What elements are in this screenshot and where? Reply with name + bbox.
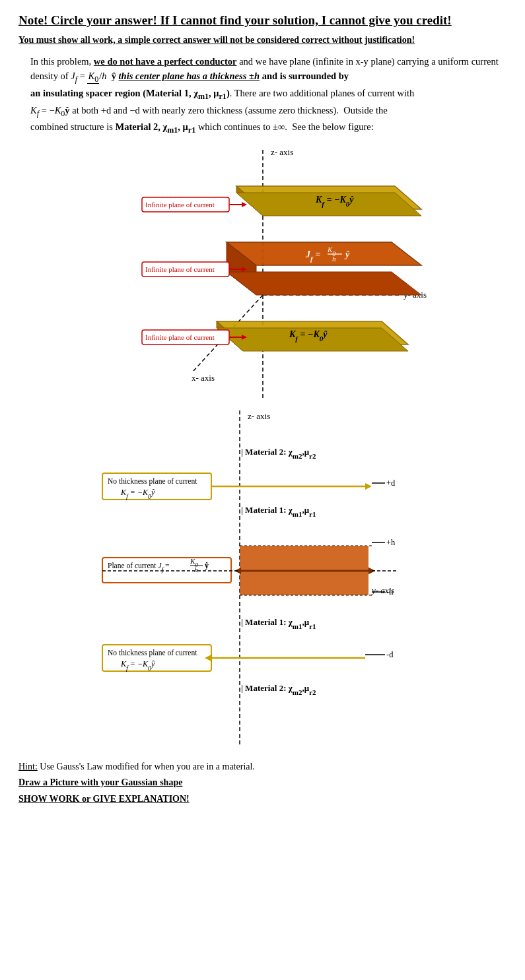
svg-marker-8 (242, 202, 247, 207)
draw-line: Draw a Picture with your Gaussian shape (18, 775, 507, 790)
jf-mid-yhat: ŷ (344, 249, 350, 259)
minus-h-label: -h (386, 587, 394, 597)
tag-mid: Infinite plane of current (145, 265, 215, 273)
main-title: Note! Circle your answer! If I cannot fi… (18, 12, 507, 29)
box-top-line1: No thickness plane of current (108, 477, 197, 486)
tag-bot: Infinite plane of current (145, 333, 215, 341)
show-label: SHOW WORK or GIVE EXPLANATION! (18, 794, 190, 804)
hint-section: Hint: Use Gauss's Law modified for when … (18, 760, 507, 806)
hint-label: Hint: (18, 762, 38, 771)
figure-3d: z- axis y- axis x- axis Kf = −K0ŷ Infini… (18, 143, 507, 401)
xaxis-label: x- axis (192, 373, 215, 383)
svg-marker-25 (365, 483, 372, 490)
mat2-bot-label: | Material 2: χm2,μr2 (241, 683, 316, 696)
svg-marker-11 (227, 272, 421, 295)
subtitle: You must show all work, a simple correct… (18, 34, 507, 46)
mat1-lower-label: | Material 1: χm1,μr1 (241, 617, 316, 630)
hint-text: Use Gauss's Law modified for when you ar… (38, 762, 255, 771)
hint-line: Hint: Use Gauss's Law modified for when … (18, 760, 507, 774)
minus-d-label: -d (386, 650, 394, 659)
mat2-top-label: | Material 2: χm2,μr2 (241, 447, 316, 460)
intro-text: In this problem, we do not have a perfec… (18, 54, 507, 137)
plus-h-label: +h (386, 538, 396, 547)
figure-2d: z- axis y- axis | Material 2: χm2,μr2 No… (18, 407, 507, 750)
jf-mid-denom: h (332, 255, 336, 263)
mat1-upper-label: | Material 1: χm1,μr1 (241, 505, 316, 518)
show-line: SHOW WORK or GIVE EXPLANATION! (18, 792, 507, 806)
svg-marker-9 (227, 242, 421, 265)
zaxis-label: z- axis (271, 147, 293, 157)
draw-label: Draw a Picture with your Gaussian shape (18, 777, 182, 787)
box-bot-line1: No thickness plane of current (108, 649, 197, 657)
plus-d-label: +d (386, 478, 396, 488)
jf-den: h (194, 566, 198, 573)
diagram-zaxis: z- axis (248, 411, 270, 421)
tag-top: Infinite plane of current (145, 201, 215, 209)
jf-yhat: ŷ (205, 561, 209, 570)
